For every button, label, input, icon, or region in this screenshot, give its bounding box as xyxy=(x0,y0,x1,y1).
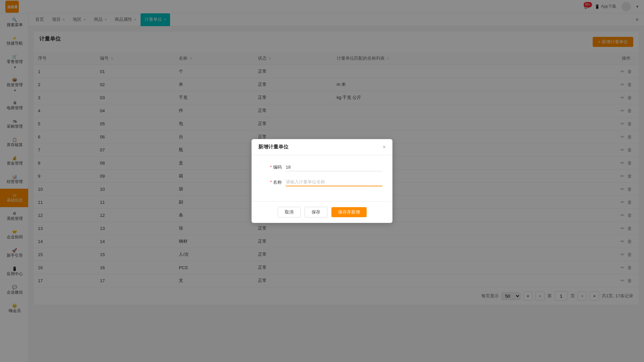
modal-title: 新增计量单位 xyxy=(258,144,288,150)
name-label: 名称 xyxy=(262,179,282,185)
name-input[interactable] xyxy=(286,178,382,186)
code-input[interactable] xyxy=(286,163,382,171)
modal-overlay: 新增计量单位 × 编码 名称 取消 保存 保存并新增 xyxy=(0,0,644,362)
modal-header: 新增计量单位 × xyxy=(252,139,392,155)
code-form-row: 编码 xyxy=(262,163,382,171)
save-button[interactable]: 保存 xyxy=(305,207,327,218)
modal-body: 编码 名称 xyxy=(252,155,392,201)
modal-footer: 取消 保存 保存并新增 xyxy=(252,201,392,223)
modal-close-btn[interactable]: × xyxy=(383,144,386,150)
cancel-button[interactable]: 取消 xyxy=(278,207,301,218)
name-form-row: 名称 xyxy=(262,178,382,186)
add-unit-modal: 新增计量单位 × 编码 名称 取消 保存 保存并新增 xyxy=(252,139,392,223)
code-label: 编码 xyxy=(262,164,282,170)
save-new-button[interactable]: 保存并新增 xyxy=(331,207,367,217)
